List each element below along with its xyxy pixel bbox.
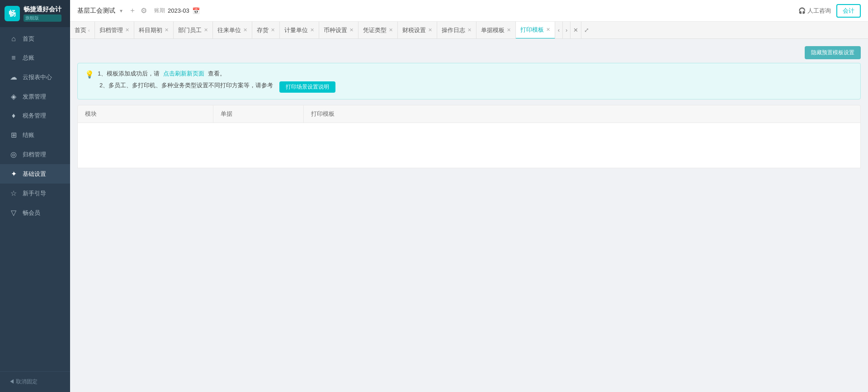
tab-next-btn[interactable]: › — [563, 22, 571, 39]
tab-close-print_template[interactable]: ✕ — [546, 27, 550, 33]
kuaiji-button[interactable]: 会计 — [836, 4, 861, 18]
sidebar-label-tax: 税务管理 — [23, 112, 46, 120]
tab-inventory[interactable]: 存货✕ — [252, 22, 280, 39]
print-scene-btn[interactable]: 打印场景设置说明 — [279, 81, 335, 93]
tab-label-print_template: 打印模板 — [520, 26, 544, 34]
logo-main-text: 畅捷通好会计 — [24, 5, 61, 14]
tab-label-inventory: 存货 — [257, 26, 269, 34]
sidebar-label-vip: 畅会员 — [23, 209, 40, 217]
tab-expand-btn[interactable]: ⤢ — [581, 22, 592, 39]
sidebar-logo: 畅 畅捷通好会计 旗舰版 — [0, 0, 70, 27]
main-area: 基层工会测试 ▾ ＋ ⚙ 账期 2023-03 📅 🎧 人工咨询 会计 首页 ‹… — [70, 0, 868, 392]
headphone-icon: 🎧 — [798, 7, 806, 14]
sidebar-label-home: 首页 — [23, 35, 34, 43]
sidebar-item-home[interactable]: ⌂ 首页 — [0, 29, 70, 48]
sidebar-item-invoice[interactable]: ◈ 发票管理 — [0, 87, 70, 106]
tab-label-dept: 部门员工 — [178, 26, 202, 34]
tab-label-unit: 计量单位 — [284, 26, 308, 34]
sidebar-item-guide[interactable]: ☆ 新手引导 — [0, 184, 70, 203]
sidebar-item-tax[interactable]: ♦ 税务管理 — [0, 106, 70, 125]
reports-icon: ☁ — [9, 73, 18, 81]
sidebar-label-invoice: 发票管理 — [23, 93, 46, 101]
tab-tax_settings[interactable]: 财税设置✕ — [398, 22, 437, 39]
tab-label-voucher_type: 凭证类型 — [363, 26, 387, 34]
info-box: 💡 1、模板添加成功后，请 点击刷新新页面 查看。 2、多员工、多打印机、多种业… — [77, 63, 861, 99]
add-company-btn[interactable]: ＋ — [129, 6, 136, 15]
tab-print_template[interactable]: 打印模板✕ — [516, 22, 555, 39]
sidebar-item-ledger[interactable]: ≡ 总账 — [0, 48, 70, 67]
tab-close-voucher_type[interactable]: ✕ — [389, 27, 393, 33]
info-line1-suffix: 查看。 — [208, 70, 226, 78]
vip-icon: ▽ — [9, 208, 18, 217]
tab-label-single_form: 单据模板 — [481, 26, 505, 34]
calendar-icon[interactable]: 📅 — [192, 7, 200, 14]
sidebar-nav: ⌂ 首页≡ 总账☁ 云报表中心◈ 发票管理♦ 税务管理⊞ 结账◎ 归档管理✦ 基… — [0, 27, 70, 371]
tab-close-single_form[interactable]: ✕ — [507, 27, 511, 33]
tab-partner[interactable]: 往来单位✕ — [213, 22, 252, 39]
tab-close-unit[interactable]: ✕ — [310, 27, 314, 33]
sidebar-label-guide: 新手引导 — [23, 189, 46, 198]
tab-single_form[interactable]: 单据模板✕ — [476, 22, 516, 39]
tab-close-partner[interactable]: ✕ — [243, 27, 247, 33]
col-template: 打印模板 — [304, 105, 860, 123]
sidebar-item-basic[interactable]: ✦ 基础设置 — [0, 164, 70, 184]
home-icon: ⌂ — [9, 35, 18, 43]
sidebar-item-settlement[interactable]: ⊞ 结账 — [0, 125, 70, 145]
tab-close-currency[interactable]: ✕ — [349, 27, 354, 33]
sidebar-unpin-btn[interactable]: ◀ 取消固定 — [0, 371, 70, 392]
tab-operation_log[interactable]: 操作日志✕ — [437, 22, 476, 39]
info-line2-prefix: 2、多员工、多打印机、多种业务类型设置不同打印方案等，请参考 — [99, 81, 273, 90]
tab-label-tax_settings: 财税设置 — [402, 26, 426, 34]
basic-icon: ✦ — [9, 170, 18, 178]
tab-close-all-btn[interactable]: ✕ — [571, 22, 581, 39]
tab-currency[interactable]: 币种设置✕ — [319, 22, 359, 39]
service-label: 人工咨询 — [807, 7, 831, 15]
topbar-right: 🎧 人工咨询 会计 — [798, 4, 861, 18]
sidebar-label-archive: 归档管理 — [23, 151, 46, 159]
tab-unit[interactable]: 计量单位✕ — [280, 22, 319, 39]
tab-archive[interactable]: 归档管理✕ — [95, 22, 134, 39]
logo-sub-text: 旗舰版 — [24, 14, 61, 22]
col-single: 单据 — [213, 105, 304, 123]
tab-voucher_type[interactable]: 凭证类型✕ — [359, 22, 398, 39]
logo-text: 畅捷通好会计 旗舰版 — [24, 5, 61, 22]
bulb-icon: 💡 — [85, 70, 94, 79]
tab-dept[interactable]: 部门员工✕ — [174, 22, 213, 39]
archive-icon: ◎ — [9, 150, 18, 159]
tab-close-inventory[interactable]: ✕ — [271, 27, 275, 33]
sidebar-label-reports: 云报表中心 — [23, 73, 52, 81]
sidebar-label-ledger: 总账 — [23, 54, 34, 62]
topbar: 基层工会测试 ▾ ＋ ⚙ 账期 2023-03 📅 🎧 人工咨询 会计 — [70, 0, 868, 22]
sidebar-item-archive[interactable]: ◎ 归档管理 — [0, 145, 70, 164]
tab-close-archive[interactable]: ✕ — [125, 27, 129, 33]
tab-close-subject[interactable]: ✕ — [165, 27, 169, 33]
content-area: 隐藏预置模板设置 💡 1、模板添加成功后，请 点击刷新新页面 查看。 2、多员工… — [70, 39, 868, 392]
ledger-icon: ≡ — [9, 54, 18, 62]
tabbar: 首页 ‹ 归档管理✕科目期初✕部门员工✕往来单位✕存货✕计量单位✕币种设置✕凭证… — [70, 22, 868, 39]
refresh-page-link[interactable]: 点击刷新新页面 — [163, 70, 204, 78]
home-arrow-icon: ‹ — [88, 28, 90, 33]
tab-subject[interactable]: 科目期初✕ — [134, 22, 174, 39]
info-line1-prefix: 1、模板添加成功后，请 — [98, 70, 160, 78]
tab-label-currency: 币种设置 — [324, 26, 347, 34]
tab-close-tax_settings[interactable]: ✕ — [428, 27, 432, 33]
sidebar-item-reports[interactable]: ☁ 云报表中心 — [0, 67, 70, 87]
company-dropdown-icon[interactable]: ▾ — [120, 8, 123, 14]
service-btn[interactable]: 🎧 人工咨询 — [798, 7, 831, 15]
sidebar: 畅 畅捷通好会计 旗舰版 ⌂ 首页≡ 总账☁ 云报表中心◈ 发票管理♦ 税务管理… — [0, 0, 70, 392]
tab-close-dept[interactable]: ✕ — [204, 27, 208, 33]
period-area: 账期 2023-03 📅 — [154, 7, 200, 14]
sidebar-item-vip[interactable]: ▽ 畅会员 — [0, 203, 70, 222]
tab-label-partner: 往来单位 — [217, 26, 241, 34]
tab-home[interactable]: 首页 ‹ — [70, 22, 95, 39]
info-row-2: 2、多员工、多打印机、多种业务类型设置不同打印方案等，请参考 打印场景设置说明 — [85, 81, 853, 93]
tab-label-subject: 科目期初 — [139, 26, 162, 34]
company-name: 基层工会测试 — [77, 7, 115, 15]
home-label: 首页 — [75, 26, 86, 34]
settings-gear-icon[interactable]: ⚙ — [141, 6, 147, 15]
tax-icon: ♦ — [9, 112, 18, 120]
hide-template-btn[interactable]: 隐藏预置模板设置 — [805, 46, 861, 59]
sidebar-label-settlement: 结账 — [23, 131, 34, 139]
tab-prev-btn[interactable]: ‹ — [555, 22, 563, 39]
tab-close-operation_log[interactable]: ✕ — [467, 27, 472, 33]
